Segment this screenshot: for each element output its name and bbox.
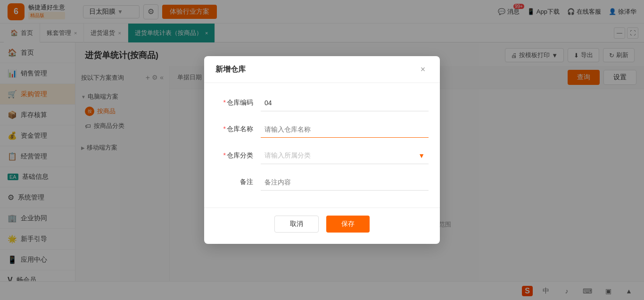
category-form-row: 仓库分类 请输入所属分类 ▼ [215,147,429,164]
code-form-row: 仓库编码 [215,94,429,111]
cancel-button[interactable]: 取消 [274,216,319,233]
name-input[interactable] [261,121,429,138]
save-button[interactable]: 保存 [326,216,370,233]
category-label: 仓库分类 [215,151,253,160]
name-label: 仓库名称 [215,125,253,133]
new-warehouse-dialog: 新增仓库 × 仓库编码 仓库名称 仓库分类 请输入所属分类 ▼ [204,56,440,244]
dialog-footer: 取消 保存 [204,208,440,244]
code-input[interactable] [261,94,429,111]
category-dropdown-arrow: ▼ [418,152,425,159]
remark-input[interactable] [261,174,429,191]
dialog-title: 新增仓库 [215,65,246,75]
modal-overlay: 新增仓库 × 仓库编码 仓库名称 仓库分类 请输入所属分类 ▼ [0,0,644,300]
dialog-header: 新增仓库 × [204,56,440,83]
code-label: 仓库编码 [215,99,253,107]
category-placeholder: 请输入所属分类 [264,151,311,160]
name-form-row: 仓库名称 [215,121,429,138]
dialog-body: 仓库编码 仓库名称 仓库分类 请输入所属分类 ▼ 备注 [204,83,440,208]
remark-label: 备注 [215,178,253,186]
dialog-close-button[interactable]: × [417,64,429,75]
category-select[interactable]: 请输入所属分类 ▼ [261,147,429,164]
remark-form-row: 备注 [215,174,429,191]
